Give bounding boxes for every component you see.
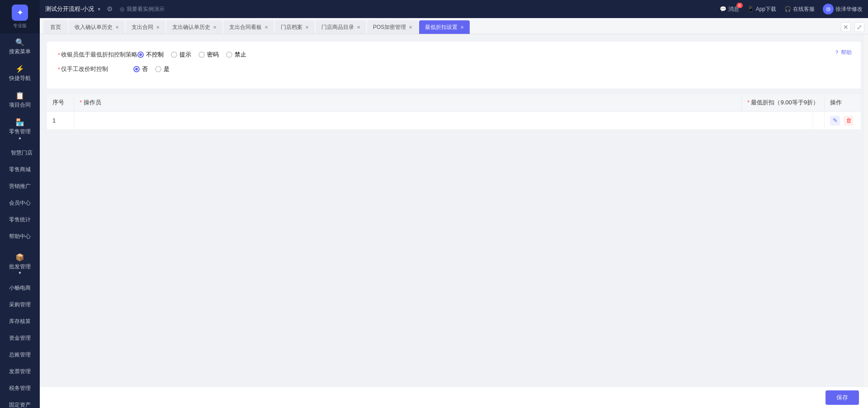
tab-income-confirm[interactable]: 收入确认单历史 ✕ <box>69 20 125 34</box>
td-operator <box>74 112 813 129</box>
close-tabs-button[interactable]: ✕ <box>841 22 851 32</box>
td-min-discount <box>813 112 825 129</box>
footer: 保存 <box>40 386 868 408</box>
tab-label: 支出确认单历史 <box>172 23 210 31</box>
radio-label-forbid: 禁止 <box>235 51 246 59</box>
sidebar-item-member[interactable]: 会员中心 <box>0 195 40 211</box>
radio-no[interactable]: 否 <box>133 65 148 73</box>
radio-circle-password <box>198 52 205 58</box>
tab-payment-confirm[interactable]: 支出确认单历史 ✕ <box>166 20 222 34</box>
retail-icon: 🏪 <box>15 118 24 127</box>
tab-label: 支出合同 <box>132 23 153 31</box>
close-icon[interactable]: ✕ <box>357 25 360 30</box>
tab-store-products[interactable]: 门店商品目录 ✕ <box>316 20 366 34</box>
radio-yes[interactable]: 是 <box>155 65 170 73</box>
app-download-button[interactable]: 📱 App下载 <box>747 5 776 13</box>
radio-circle-forbid <box>226 52 232 58</box>
sidebar-item-project[interactable]: 📋 项目合同 <box>0 87 40 113</box>
online-support-button[interactable]: 🎧 在线客服 <box>784 5 815 13</box>
close-icon[interactable]: ✕ <box>115 25 119 30</box>
radio-circle-yes <box>155 66 161 72</box>
search-icon: 🔍 <box>15 38 24 47</box>
sidebar: ✦ 专业版 🔍 搜索菜单 ⚡ 快捷导航 📋 项目合同 🏪 零售管理 ▲ 智慧门店… <box>0 0 40 408</box>
required-mark: * <box>58 66 60 73</box>
radio-forbid[interactable]: 禁止 <box>226 51 246 59</box>
sidebar-item-label: 会员中心 <box>9 199 31 207</box>
messages-button[interactable]: 💬 消息 8 <box>720 5 739 13</box>
tab-payment-board[interactable]: 支出合同看板 ✕ <box>223 20 274 34</box>
online-support-label: 在线客服 <box>793 5 815 13</box>
tab-store-file[interactable]: 门店档案 ✕ <box>275 20 315 34</box>
sidebar-item-invoice[interactable]: 发票管理 <box>0 363 40 380</box>
radio-no-control[interactable]: 不控制 <box>137 51 164 59</box>
sidebar-item-label: 采购管理 <box>9 301 31 309</box>
content-area: ？ 帮助 * 收银员低于最低折扣控制策略 不控制 提示 <box>40 34 868 386</box>
radio-circle-no-control <box>137 52 144 58</box>
sidebar-item-search[interactable]: 🔍 搜索菜单 <box>0 33 40 60</box>
required-mark: * <box>80 99 84 106</box>
sidebar-item-label: 库存核算 <box>9 318 31 325</box>
close-icon[interactable]: ✕ <box>264 25 268 30</box>
sidebar-item-online-store[interactable]: 零售商城 <box>0 161 40 178</box>
required-mark: * <box>58 52 60 58</box>
settings-icon[interactable]: ⚙ <box>107 5 113 13</box>
radio-hint[interactable]: 提示 <box>171 51 191 59</box>
close-icon[interactable]: ✕ <box>460 25 464 30</box>
tab-payment-contract[interactable]: 支出合同 ✕ <box>126 20 165 34</box>
project-selector[interactable]: 测试分开流程-小况 ▼ <box>45 5 101 13</box>
sidebar-item-fixed-assets[interactable]: 固定资产 <box>0 397 40 408</box>
td-actions: ✎ 🗑 <box>825 112 861 129</box>
radio-circle-hint <box>171 52 177 58</box>
delete-button[interactable]: 🗑 <box>844 116 854 126</box>
project-name: 测试分开流程-小况 <box>45 5 94 13</box>
tab-label: 门店商品目录 <box>321 23 354 31</box>
sidebar-logo: ✦ 专业版 <box>0 0 40 33</box>
sidebar-item-ledger[interactable]: 总账管理 <box>0 347 40 363</box>
sidebar-item-finance[interactable]: 资金管理 <box>0 330 40 347</box>
manual-radio-group: 否 是 <box>133 65 170 73</box>
form-row-manual: * 仅手工改价时控制 否 是 <box>58 65 850 73</box>
close-icon[interactable]: ✕ <box>156 25 160 30</box>
tab-pos-encrypt[interactable]: POS加密管理 ✕ <box>367 20 418 34</box>
form-row-strategy: * 收银员低于最低折扣控制策略 不控制 提示 密码 <box>58 51 850 59</box>
sidebar-item-label: 项目合同 <box>9 101 31 109</box>
sidebar-item-help[interactable]: 帮助中心 <box>0 228 40 245</box>
edit-button[interactable]: ✎ <box>830 116 840 126</box>
circle-icon: ◎ <box>120 6 124 12</box>
close-icon[interactable]: ✕ <box>213 25 217 30</box>
topbar: 测试分开流程-小况 ▼ ⚙ ◎ 我要看实例演示 💬 消息 8 📱 App下载 🎧… <box>40 0 868 18</box>
radio-password[interactable]: 密码 <box>198 51 219 59</box>
strategy-label: 收银员低于最低折扣控制策略 <box>61 51 137 59</box>
tab-min-discount[interactable]: 最低折扣设置 ✕ <box>419 20 470 34</box>
radio-label-no: 否 <box>142 65 148 73</box>
sidebar-item-tax[interactable]: 税务管理 <box>0 380 40 397</box>
chevron-up-icon: ▲ <box>18 136 22 140</box>
sidebar-item-wholesale[interactable]: 📦 批发管理 ▼ <box>0 249 40 280</box>
sidebar-item-smart-store[interactable]: 智慧门店 <box>0 145 40 161</box>
chevron-down-icon: ▼ <box>97 7 101 12</box>
sidebar-item-shortcuts[interactable]: ⚡ 快捷导航 <box>0 60 40 87</box>
sidebar-item-label: 搜索菜单 <box>9 48 31 56</box>
sidebar-item-marketing[interactable]: 营销推广 <box>0 178 40 195</box>
expand-button[interactable]: ⤢ <box>854 22 864 32</box>
sidebar-item-inventory[interactable]: 库存核算 <box>0 313 40 330</box>
seq-value: 1 <box>52 117 56 124</box>
sidebar-item-label: 零售统计 <box>9 216 31 224</box>
save-button[interactable]: 保存 <box>826 390 859 405</box>
sidebar-item-retail-stats[interactable]: 零售统计 <box>0 211 40 228</box>
close-icon[interactable]: ✕ <box>305 25 309 30</box>
help-link[interactable]: ？ 帮助 <box>834 49 852 56</box>
manual-label: 仅手工改价时控制 <box>61 65 133 73</box>
settings-card: ？ 帮助 * 收银员低于最低折扣控制策略 不控制 提示 <box>47 42 861 89</box>
user-menu-button[interactable]: 徐 徐泽华修改 <box>823 4 863 14</box>
radio-circle-no <box>133 66 140 72</box>
sidebar-item-retail[interactable]: 🏪 零售管理 ▲ <box>0 113 40 145</box>
close-icon[interactable]: ✕ <box>409 25 412 30</box>
sidebar-item-ecom[interactable]: 小畅电商 <box>0 280 40 296</box>
tab-home[interactable]: 首页 <box>43 20 68 34</box>
message-icon: 💬 <box>720 6 726 12</box>
demo-link[interactable]: ◎ 我要看实例演示 <box>120 5 165 13</box>
sidebar-item-purchase[interactable]: 采购管理 <box>0 296 40 313</box>
sidebar-item-label: 零售管理 <box>9 128 31 136</box>
th-operator: * 操作员 <box>74 94 742 111</box>
